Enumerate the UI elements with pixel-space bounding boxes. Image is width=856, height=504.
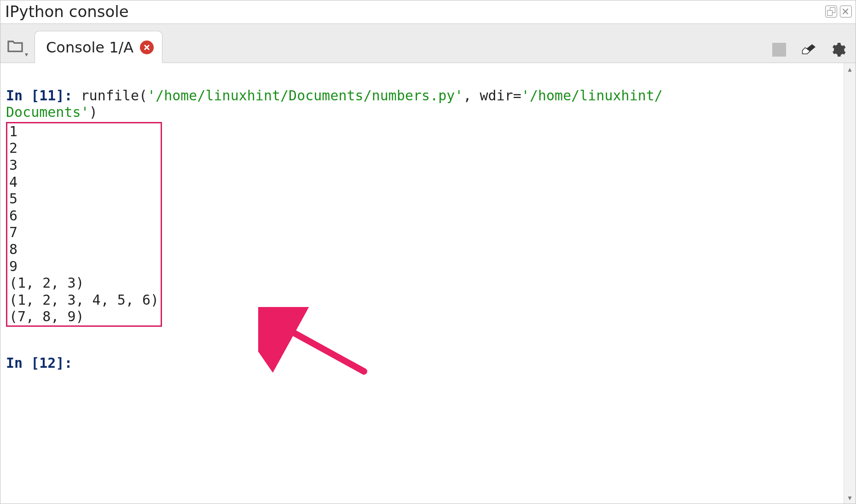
output-line: 7 [9,224,159,241]
output-line: 8 [9,241,159,258]
output-line: (1, 2, 3, 4, 5, 6) [9,292,159,309]
close-tab-button[interactable] [140,41,154,54]
tabstrip-actions [771,41,852,63]
output-line: 5 [9,191,159,208]
folder-dropdown-icon [6,37,24,55]
close-icon [143,44,150,51]
prompt-in: In [12]: [6,355,73,371]
output-line: 4 [9,174,159,191]
stop-icon [772,43,786,57]
console-output[interactable]: In [11]: runfile('/home/linuxhint/Docume… [0,63,844,504]
console-body-wrap: In [11]: runfile('/home/linuxhint/Docume… [0,63,856,504]
tab-console-1a[interactable]: Console 1/A [35,31,162,63]
output-line: 9 [9,258,159,275]
scroll-down-button[interactable] [844,492,856,504]
clear-console-button[interactable] [800,41,817,58]
titlebar-controls [825,6,852,17]
interrupt-kernel-button[interactable] [771,41,787,58]
gear-icon [830,41,846,58]
close-panel-icon[interactable] [840,6,852,17]
output-highlight-box: 123456789(1, 2, 3)(1, 2, 3, 4, 5, 6)(7, … [6,122,162,327]
titlebar: IPython console [0,0,856,23]
tab-label: Console 1/A [46,39,133,56]
panel-title: IPython console [5,2,129,21]
input-cell-11: In [11]: runfile('/home/linuxhint/Docume… [6,87,840,121]
tab-strip: ▾ Console 1/A [0,23,856,63]
output-line: 1 [9,123,159,140]
runfile-call: runfile('/home/linuxhint/Documents/numbe… [6,87,663,121]
output-line: 3 [9,157,159,174]
restore-icon[interactable] [825,6,837,17]
options-button[interactable] [830,41,846,58]
output-line: 6 [9,208,159,225]
input-cell-12: In [12]: [6,355,840,372]
vertical-scrollbar[interactable] [844,63,856,504]
eraser-icon [800,41,817,58]
chevron-down-icon: ▾ [25,51,28,58]
scroll-up-button[interactable] [844,63,856,75]
output-line: (1, 2, 3) [9,275,159,292]
browse-tabs-button[interactable]: ▾ [4,35,26,57]
spacer [6,344,840,355]
output-line: 2 [9,140,159,157]
ipython-console-panel: IPython console ▾ Console 1/A [0,0,856,504]
prompt-in: In [11]: [6,87,73,104]
output-line: (7, 8, 9) [9,308,159,325]
